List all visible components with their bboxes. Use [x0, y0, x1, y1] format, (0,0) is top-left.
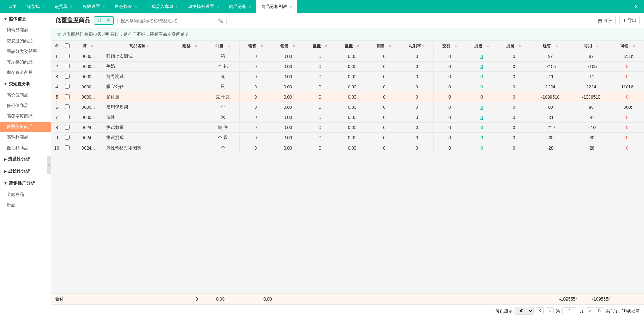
row-browse1[interactable]: 0 — [466, 62, 498, 72]
close-icon[interactable]: × — [42, 4, 44, 9]
sidebar-item-new-goods[interactable]: 新品 — [0, 200, 51, 210]
sidebar-section-liquidity[interactable]: ▶ 流通性分析 — [0, 153, 51, 165]
row-sales-qty: 0 — [240, 62, 272, 72]
column-browse2[interactable]: 浏览...⇅ — [498, 41, 530, 51]
row-browse1[interactable]: 0 — [466, 51, 498, 62]
row-saleable: 0: — [612, 143, 644, 153]
column-coverage2[interactable]: 覆盖...⇅ — [336, 41, 368, 51]
close-icon[interactable]: × — [249, 4, 251, 9]
row-num: 6 — [51, 102, 62, 112]
column-sales-qty[interactable]: 销售...⇅ — [240, 41, 272, 51]
row-browse1[interactable]: 0 — [466, 133, 498, 143]
row-sales-amt: 0.00 — [272, 102, 304, 112]
select-all-checkbox[interactable] — [65, 43, 70, 48]
close-icon[interactable]: × — [176, 4, 178, 9]
sidebar-item-low-coverage[interactable]: 低覆盖度商品 — [0, 122, 51, 132]
share-button[interactable]: ⬒ 分享 — [595, 16, 616, 25]
column-available[interactable]: 可用...⇅ — [571, 41, 612, 51]
page-number-input[interactable] — [562, 307, 577, 314]
nav-role-auth[interactable]: 角色授权 × — [110, 0, 142, 13]
sidebar-item-high-margin[interactable]: 高毛利商品 — [0, 132, 51, 143]
page-size-select[interactable]: 50 10 20 100 — [515, 307, 534, 315]
row-browse2: 0 — [498, 62, 530, 72]
table-container[interactable]: ⚙ 商...⇅ 商品名称⇅ 规格...⇅ 计量...⇅ 销售...⇅ 销售...… — [51, 41, 644, 293]
sidebar-item-all-goods[interactable]: 全部商品 — [0, 189, 51, 200]
column-name[interactable]: 商品名称⇅ — [104, 41, 174, 51]
row-name: 启用保质期 — [104, 102, 174, 112]
row-checkbox[interactable] — [62, 133, 72, 143]
column-sales-amt[interactable]: 销售...⇅ — [272, 41, 304, 51]
sidebar-item-stock-fund[interactable]: 库存资金占用 — [0, 67, 51, 78]
window-close-button[interactable]: × — [631, 3, 641, 11]
column-saleable[interactable]: 可销...⇅ — [612, 41, 644, 51]
row-browse1[interactable]: 0 — [466, 102, 498, 112]
row-num: 4 — [51, 82, 62, 92]
content-header: 低覆盖度商品 近一月 🔍 ⬒ 分享 ⬆ 导出 — [51, 13, 644, 28]
column-sales3[interactable]: 销售...⇅ — [368, 41, 400, 51]
sidebar-item-low-margin[interactable]: 低毛利商品 — [0, 143, 51, 153]
first-page-button[interactable]: K — [536, 307, 544, 314]
last-page-button[interactable]: N — [596, 307, 604, 314]
row-checkbox[interactable] — [62, 62, 72, 72]
row-checkbox[interactable] — [62, 143, 72, 153]
row-browse1[interactable]: 0 — [466, 143, 498, 153]
nav-permission[interactable]: 权限设置 × — [78, 0, 110, 13]
prev-page-button[interactable]: < — [546, 307, 554, 314]
close-icon[interactable]: × — [134, 4, 137, 9]
row-checkbox[interactable] — [62, 92, 72, 102]
row-checkbox[interactable] — [62, 112, 72, 123]
column-gear[interactable]: ⚙ — [51, 41, 62, 51]
row-saleable: 360: — [612, 102, 644, 112]
row-browse1[interactable]: 0 — [466, 72, 498, 82]
row-checkbox[interactable] — [62, 82, 72, 92]
nav-home[interactable]: 首页 — [3, 0, 22, 13]
row-browse1[interactable]: 0 — [466, 123, 498, 133]
sidebar-item-stock-goods[interactable]: 有库存的商品 — [0, 57, 51, 67]
nav-template-settings[interactable]: 单据模板设置 × — [183, 0, 224, 13]
column-unit[interactable]: 计量...⇅ — [206, 41, 240, 51]
row-available: -60 — [571, 133, 612, 143]
sidebar-item-sales-goods[interactable]: 销售类商品 — [0, 25, 51, 36]
nav-product-inbound[interactable]: 产成品入库单 × — [142, 0, 183, 13]
sidebar-item-low-value[interactable]: 低价值商品 — [0, 100, 51, 111]
close-icon[interactable]: × — [216, 4, 219, 9]
row-browse1[interactable]: 0 — [466, 82, 498, 92]
sidebar-item-high-value[interactable]: 高价值商品 — [0, 90, 51, 100]
close-icon[interactable]: × — [102, 4, 105, 9]
sidebar-section-marketing[interactable]: ▼ 营销推广分析 — [0, 177, 51, 189]
column-browse1[interactable]: 浏览...⇅ — [466, 41, 498, 51]
search-input[interactable] — [121, 18, 216, 23]
nav-sales-order[interactable]: 销货单 × — [22, 0, 50, 13]
row-checkbox[interactable] — [62, 72, 72, 82]
sidebar-item-high-coverage[interactable]: 高覆盖度商品 — [0, 111, 51, 122]
sidebar-section-overall[interactable]: ▼ 整体信息 — [0, 13, 51, 25]
column-checkbox[interactable] — [62, 41, 72, 51]
column-current[interactable]: 现有...⇅ — [530, 41, 571, 51]
row-available: -1089510 — [571, 92, 612, 102]
date-filter-button[interactable]: 近一月 — [94, 16, 114, 25]
nav-product-analysis-list[interactable]: 商品分析列表 × — [256, 0, 297, 13]
info-banner: ☆ 这类商品只有很少客户购买过，是推广不够，还是商品本身问题？ — [51, 28, 644, 41]
close-icon[interactable]: × — [290, 4, 292, 9]
row-checkbox[interactable] — [62, 102, 72, 112]
close-icon[interactable]: × — [70, 4, 72, 9]
nav-product-analysis[interactable]: 商品分析 × — [224, 0, 256, 13]
row-browse1[interactable]: 0 — [466, 112, 498, 123]
sidebar-section-category[interactable]: ▼ 类别度分析 — [0, 78, 51, 90]
next-page-button[interactable]: > — [586, 307, 593, 314]
column-coverage1[interactable]: 覆盖...⇅ — [304, 41, 336, 51]
sidebar-section-growth[interactable]: ▶ 成长性分析 — [0, 165, 51, 177]
column-code[interactable]: 商...⇅ — [72, 41, 104, 51]
sidebar-collapse-button[interactable]: « — [47, 156, 51, 174]
column-gross-margin[interactable]: 毛利率⇅ — [400, 41, 433, 51]
column-spec[interactable]: 规格...⇅ — [174, 41, 206, 51]
nav-purchase-order[interactable]: 进货单 × — [50, 0, 77, 13]
sidebar-item-traded-goods[interactable]: 交易过的商品 — [0, 36, 51, 46]
row-trade: 0 — [433, 143, 466, 153]
sidebar-item-category-sales-rate[interactable]: 商品分类动销率 — [0, 46, 51, 57]
row-checkbox[interactable] — [62, 123, 72, 133]
row-browse1[interactable]: 0 — [466, 92, 498, 102]
export-button[interactable]: ⬆ 导出 — [619, 16, 640, 25]
row-checkbox[interactable] — [62, 51, 72, 62]
column-trade[interactable]: 交易...⇅ — [433, 41, 466, 51]
